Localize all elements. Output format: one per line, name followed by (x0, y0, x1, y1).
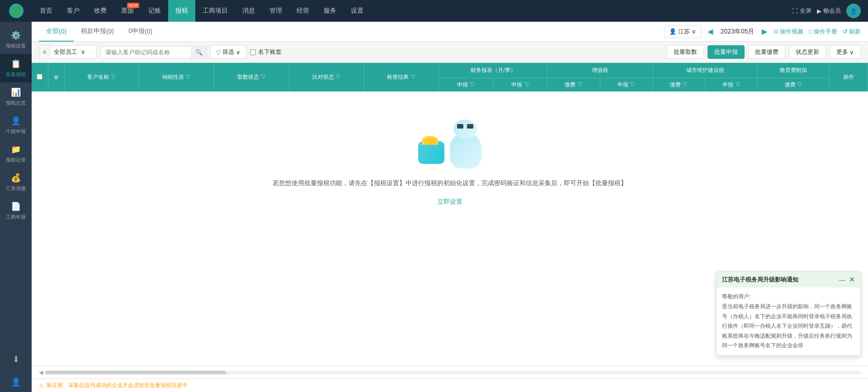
logo-icon: 🌿 (9, 4, 24, 18)
vat-pay-th: 缴费 ▽ (547, 78, 600, 92)
nav-operation[interactable]: 经营 (289, 0, 316, 22)
select-all-checkbox[interactable] (37, 74, 42, 80)
tab-zero-declare[interactable]: 0申报(0) (121, 22, 160, 42)
minimize-icon[interactable]: — (839, 276, 845, 283)
robot-eye-right (467, 124, 473, 129)
new-badge: NEW (127, 3, 139, 8)
search-input[interactable] (101, 47, 191, 58)
member-button[interactable]: ▶ 畅会员 (817, 7, 841, 15)
nav-home[interactable]: 首页 (33, 0, 60, 22)
dropdown-arrow-icon: ∨ (81, 48, 85, 55)
chevron-filter-icon: ∨ (236, 49, 241, 56)
video-icon: ⊙ (774, 28, 778, 35)
nav-settings[interactable]: 设置 (344, 0, 371, 22)
filter-city-p-icon[interactable]: ▽ (682, 81, 688, 88)
person-icon: 👤 (669, 28, 676, 35)
sidebar-item-batch-tax[interactable]: 📋 批量报税 (0, 54, 32, 82)
more-button[interactable]: 更多 ∨ (830, 45, 861, 59)
fullscreen-icon: ⛶ (792, 8, 798, 14)
status-update-button[interactable]: 状态更新 (789, 45, 826, 59)
robot-eye-left (457, 124, 463, 129)
nav-tax[interactable]: 报税 (168, 0, 195, 22)
province-select[interactable]: 👤 江苏 ∨ (664, 25, 701, 38)
horizontal-scrollbar[interactable] (45, 371, 861, 374)
customer-name-th: 客户名称 ▽ (64, 63, 139, 91)
employee-dropdown[interactable]: 全部员工 ∨ (50, 46, 96, 58)
tax-settings-icon: ⚙️ (10, 30, 21, 41)
toolbar-right: 批量取数 批量申报 批量缴费 状态更新 更多 ∨ (667, 45, 861, 59)
manual-button[interactable]: □ 操作手册 (809, 28, 837, 36)
close-notification-icon[interactable]: ✕ (849, 275, 855, 284)
sidebar-item-personal-tax[interactable]: 👤 个税申报 (0, 111, 32, 139)
nav-service[interactable]: 服务 (316, 0, 344, 22)
toolbar: ≡ 全部员工 ∨ 🔍 ▽ 筛选 ∨ 名下账套 (32, 42, 868, 63)
nav-ticket[interactable]: 票据 NEW (114, 0, 141, 22)
gear-th: ⚙ (48, 63, 64, 91)
filter-button[interactable]: ▽ 筛选 ∨ (210, 45, 246, 59)
filter-nature-icon[interactable]: ▽ (185, 74, 191, 80)
filter-fin-icon[interactable]: ▽ (470, 81, 475, 88)
warning-icon: ⚠ (39, 382, 44, 389)
personal-tax-icon: 👤 (10, 115, 21, 126)
refresh-icon: ↺ (843, 28, 848, 35)
list-icon: ≡ (43, 49, 46, 55)
nav-customer[interactable]: 客户 (60, 0, 87, 22)
sidebar-item-tax-settings[interactable]: ⚙️ 报税设置 (0, 25, 32, 54)
settlement-icon: 💰 (10, 172, 21, 183)
sidebar-item-settlement[interactable]: 💰 汇算清缴 (0, 168, 32, 196)
financial-declare-th: 申报 ▽ (439, 78, 493, 92)
empty-row: 若您想使用批量报税功能，请先在【报税设置】中进行报税的初始化设置，完成密码验证和… (32, 91, 868, 224)
sidebar-item-download[interactable]: ⬇ (0, 349, 32, 372)
sidebar-item-annual-report[interactable]: 📄 工商年报 (0, 196, 32, 225)
filter-check-icon[interactable]: ▽ (410, 74, 416, 80)
batch-pay-button[interactable]: 批量缴费 (748, 45, 785, 59)
nav-business[interactable]: 工商项目 (195, 0, 235, 22)
fullscreen-button[interactable]: ⛶ 全屏 (792, 7, 811, 15)
tax-overview-icon: 📊 (10, 87, 21, 98)
nav-accounting[interactable]: 记账 (141, 0, 168, 22)
filter-vat-p-icon[interactable]: ▽ (577, 81, 583, 88)
filter-icon: ▽ (216, 49, 221, 56)
video-button[interactable]: ⊙ 操作视频 (774, 28, 803, 36)
gear-icon[interactable]: ⚙ (54, 74, 59, 81)
more-arrow-icon: ∨ (849, 49, 854, 56)
vat-th: 增值税 (547, 63, 653, 78)
next-month-button[interactable]: ▶ (759, 26, 770, 37)
user-avatar[interactable]: 👤 (846, 4, 861, 18)
scrollbar-thumb (45, 371, 226, 374)
warning-bar: ⚠ 验证密、采集信息均成功的企业才会流转至批量报税页面中 (32, 378, 868, 392)
sub-account-checkbox[interactable]: 名下账套 (250, 48, 282, 56)
tab-all[interactable]: 全部(0) (39, 22, 74, 42)
sub-account-check[interactable] (250, 49, 256, 55)
batch-declare-button[interactable]: 批量申报 (708, 45, 745, 59)
empty-message: 若您想使用批量报税功能，请先在【报税设置】中进行报税的初始化设置，完成密码验证和… (273, 177, 627, 189)
prev-month-button[interactable]: ◀ (705, 26, 716, 37)
filter-edu-d-icon[interactable]: ▽ (735, 81, 741, 88)
tab-tax-declare[interactable]: 税款申报(0) (74, 22, 121, 42)
employee-select[interactable]: ≡ 全部员工 ∨ (39, 45, 97, 59)
coins-shape2 (425, 138, 437, 145)
city-pay-th: 缴费 ▽ (652, 78, 705, 92)
filter-fetch-icon[interactable]: ▽ (260, 74, 266, 80)
refresh-button[interactable]: ↺ 刷新 (843, 28, 861, 36)
edu-declare-th: 申报 ▽ (705, 78, 758, 92)
setup-link[interactable]: 立即设置 (437, 198, 462, 206)
sidebar-item-user[interactable]: 👤 (0, 372, 32, 392)
search-button[interactable]: 🔍 (191, 47, 206, 58)
tab-bar: 全部(0) 税款申报(0) 0申报(0) 👤 江苏 ∨ ◀ 2023年05月 ▶ (32, 22, 868, 42)
scroll-left-arrow[interactable]: ◀ (39, 369, 43, 376)
filter-compare-icon[interactable]: ▽ (335, 74, 341, 80)
sidebar-item-tax-records[interactable]: 📁 报税记录 (0, 139, 32, 168)
nav-message[interactable]: 消息 (235, 0, 262, 22)
filter-vat-d-icon[interactable]: ▽ (524, 81, 529, 88)
batch-fetch-button[interactable]: 批量取数 (667, 45, 704, 59)
filter-edu-p-icon[interactable]: ▽ (797, 81, 802, 88)
bottom-scrollbar-bar: ◀ (32, 366, 868, 378)
nav-fee[interactable]: 收费 (87, 0, 114, 22)
filter-customer-icon[interactable]: ▽ (111, 74, 116, 80)
filter-city-d-icon[interactable]: ▽ (630, 81, 635, 88)
financial-report-th: 财务报表（月/季） (439, 63, 547, 78)
check-result-th: 检查结果 ▽ (364, 63, 439, 91)
nav-manage[interactable]: 管理 (262, 0, 289, 22)
sidebar-item-tax-overview[interactable]: 📊 报税总览 (0, 82, 32, 111)
